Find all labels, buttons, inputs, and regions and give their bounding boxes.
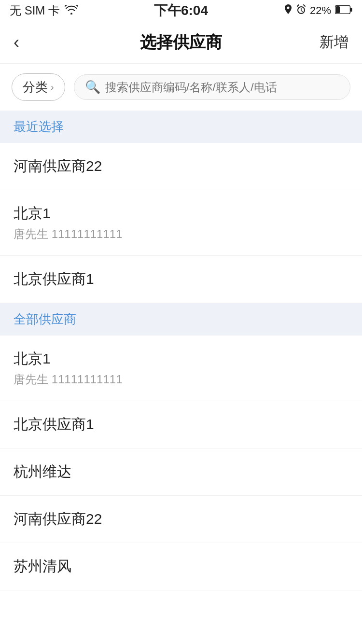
item-name: 苏州清风 xyxy=(14,557,348,576)
wifi-icon xyxy=(65,4,78,17)
item-name: 北京1 xyxy=(14,204,348,224)
list-item[interactable]: 河南供应商22 xyxy=(0,496,362,543)
item-name: 北京1 xyxy=(14,349,348,369)
list-item[interactable]: 北京供应商1 xyxy=(0,256,362,303)
svg-point-0 xyxy=(287,7,289,9)
item-sub: 唐先生 11111111111 xyxy=(14,226,348,242)
item-name: 河南供应商22 xyxy=(14,156,348,176)
recent-list: 河南供应商22北京1唐先生 11111111111北京供应商1 xyxy=(0,143,362,303)
all-section-header: 全部供应商 xyxy=(0,303,362,336)
recent-section-header: 最近选择 xyxy=(0,111,362,143)
chevron-right-icon: › xyxy=(51,82,54,93)
status-left: 无 SIM 卡 xyxy=(10,3,78,18)
all-section-label: 全部供应商 xyxy=(14,312,76,326)
list-item[interactable]: 河南供应商22 xyxy=(0,143,362,190)
location-icon xyxy=(284,4,292,17)
category-label: 分类 xyxy=(23,79,48,96)
status-time: 下午6:04 xyxy=(154,1,208,20)
battery-icon xyxy=(335,4,352,17)
add-button[interactable]: 新增 xyxy=(320,32,348,52)
list-item[interactable]: 苏州清风 xyxy=(0,543,362,590)
item-name: 杭州维达 xyxy=(14,462,348,482)
recent-section-label: 最近选择 xyxy=(14,119,64,134)
alarm-icon xyxy=(296,4,306,17)
item-sub: 唐先生 11111111111 xyxy=(14,372,348,387)
svg-rect-4 xyxy=(350,8,352,12)
search-box[interactable]: 🔍 xyxy=(74,74,350,100)
filter-bar: 分类 › 🔍 xyxy=(0,64,362,111)
carrier-text: 无 SIM 卡 xyxy=(10,3,60,18)
all-list: 北京1唐先生 11111111111北京供应商1杭州维达河南供应商22苏州清风 xyxy=(0,336,362,590)
svg-rect-3 xyxy=(336,6,340,13)
status-bar: 无 SIM 卡 下午6:04 22% xyxy=(0,0,362,21)
page-title: 选择供应商 xyxy=(140,31,222,54)
battery-percentage: 22% xyxy=(310,4,331,17)
category-button[interactable]: 分类 › xyxy=(12,73,65,101)
search-input[interactable] xyxy=(105,81,339,94)
search-icon: 🔍 xyxy=(85,80,100,95)
status-right: 22% xyxy=(284,4,352,17)
item-name: 北京供应商1 xyxy=(14,269,348,289)
item-name: 北京供应商1 xyxy=(14,415,348,434)
back-button[interactable]: ‹ xyxy=(14,32,42,53)
list-item[interactable]: 北京1唐先生 11111111111 xyxy=(0,336,362,401)
nav-bar: ‹ 选择供应商 新增 xyxy=(0,21,362,64)
list-item[interactable]: 北京供应商1 xyxy=(0,401,362,448)
list-item[interactable]: 杭州维达 xyxy=(0,448,362,496)
item-name: 河南供应商22 xyxy=(14,509,348,529)
list-item[interactable]: 北京1唐先生 11111111111 xyxy=(0,190,362,256)
